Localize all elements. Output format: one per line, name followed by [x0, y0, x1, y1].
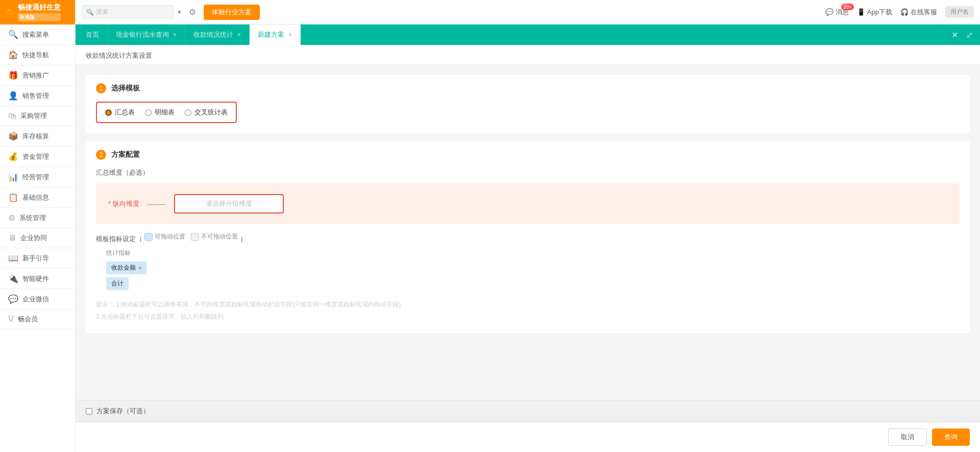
step1-section: 1 选择模板 汇总表 明细表: [86, 75, 970, 133]
chart-icon: 📊: [8, 172, 18, 182]
search-bar[interactable]: 🔍 搜索: [82, 5, 174, 19]
legend-draggable-box: [144, 233, 153, 241]
step2-title: 方案配置: [111, 150, 140, 159]
save-checkbox[interactable]: [86, 408, 92, 415]
sidebar-item-search-menu[interactable]: 🔍 搜索菜单: [0, 25, 75, 45]
sidebar-item-finance[interactable]: 💰 资金管理: [0, 147, 75, 167]
tab-new-plan-close[interactable]: ×: [288, 31, 292, 38]
tab-bank-flow-close[interactable]: ×: [173, 31, 177, 38]
logo-icon: 🟠: [6, 8, 15, 16]
radio-summary[interactable]: 汇总表: [105, 108, 135, 117]
dimension-row: * 纵向维度 —— 请选择分组维度: [108, 194, 284, 213]
metrics-config-text: 模板指标设定（ 可拖动位置 不可拖动位置 ）: [96, 232, 247, 244]
sidebar-item-smart-hardware[interactable]: 🔌 智能硬件: [0, 269, 75, 289]
industry-btn[interactable]: 体验行业方案: [204, 5, 260, 20]
monitor-icon: 🖥: [8, 233, 16, 243]
metric-tag-label: 收款金额: [111, 264, 136, 272]
notification-count: 99+: [841, 4, 854, 10]
download-btn[interactable]: 📱 App下载: [857, 8, 892, 17]
sidebar-item-system[interactable]: ⚙ 系统管理: [0, 208, 75, 228]
radio-crosstab-input[interactable]: [185, 109, 191, 116]
footer: 取消 查询: [76, 422, 980, 452]
step2-section: 2 方案配置 汇总维度（必选） * 纵向维度 —— 请选择分组维度 模: [86, 141, 970, 333]
sidebar-item-sales[interactable]: 👤 销售管理: [0, 86, 75, 106]
notification-btn[interactable]: 💬 消息 99+: [825, 8, 849, 17]
query-button[interactable]: 查询: [932, 429, 970, 446]
sidebar-item-member[interactable]: V 畅会员: [0, 310, 75, 329]
sidebar-label-sales: 销售管理: [22, 91, 49, 101]
tab-home[interactable]: 首页: [76, 25, 108, 45]
dimension-arrow: ——: [148, 199, 166, 209]
step2-header: 2 方案配置: [96, 150, 960, 160]
tab-bank-flow[interactable]: 现金银行流水查询 ×: [108, 25, 185, 45]
sidebar-item-quick-nav[interactable]: 🏠 快捷导航: [0, 45, 75, 65]
sidebar-item-newbie[interactable]: 📖 新手引导: [0, 248, 75, 269]
breadcrumb: 收款情况统计方案设置: [86, 52, 152, 59]
sidebar-label-enterprise: 企业协同: [20, 233, 47, 243]
sidebar-label-quick-nav: 快捷导航: [22, 51, 49, 60]
legend-fixed-text: 不可拖动位置: [201, 232, 238, 241]
sidebar-label-wechat: 企业微信: [22, 295, 49, 304]
hint-line-1: 提示： 1.拖动标题栏可以调整布局，不可跨维度或指标区域拖动栏目字段(只能在同一…: [96, 298, 960, 311]
topbar-right: 💬 消息 99+ 📱 App下载 🎧 在线客服 用户名: [825, 6, 974, 18]
search-icon-topbar: 🔍: [86, 9, 94, 16]
sidebar-label-newbie: 新手引导: [22, 254, 49, 263]
money-icon: 💰: [8, 152, 18, 161]
dimension-config-label: 汇总维度（必选）: [96, 168, 960, 177]
close-tab-btn[interactable]: ✕: [948, 29, 961, 41]
tab-receipt-stats-close[interactable]: ×: [237, 31, 241, 38]
tabbar: 首页 现金银行流水查询 × 收款情况统计 × 新建方案 × ✕ ⤢: [76, 25, 980, 45]
save-label: 方案保存（可选）: [96, 407, 150, 416]
metrics-area: 统计指标 收款金额 ▾ 合计: [106, 249, 960, 290]
support-btn[interactable]: 🎧 在线客服: [900, 8, 937, 17]
radio-summary-input[interactable]: [105, 109, 112, 116]
search-placeholder: 搜索: [96, 8, 108, 16]
radio-detail[interactable]: 明细表: [145, 108, 175, 117]
sidebar-item-base-info[interactable]: 📋 基础信息: [0, 187, 75, 208]
sidebar-logo: 🟠 畅捷通好生意 标准版: [0, 0, 75, 25]
tab-receipt-stats-label: 收款情况统计: [193, 30, 233, 39]
sidebar-label-marketing: 营销推广: [22, 71, 49, 80]
dimension-select-box[interactable]: 请选择分组维度: [174, 194, 284, 213]
metric-tag-amount[interactable]: 收款金额 ▾: [106, 261, 146, 274]
chevron-down-icon[interactable]: ▾: [178, 8, 181, 16]
user-info[interactable]: 用户名: [945, 6, 974, 18]
logo-badge: 标准版: [18, 13, 61, 21]
sidebar-item-operations[interactable]: 📊 经营管理: [0, 167, 75, 187]
radio-crosstab[interactable]: 交叉统计表: [185, 108, 228, 117]
clipboard-icon: 📋: [8, 193, 18, 202]
metric-total-tag: 合计: [106, 277, 129, 290]
book-icon: 📖: [8, 253, 18, 263]
box-icon: 📦: [8, 131, 18, 141]
sidebar-label-smart-hardware: 智能硬件: [22, 274, 49, 283]
template-select-area: 汇总表 明细表 交叉统计表: [96, 102, 237, 123]
cancel-button[interactable]: 取消: [888, 429, 927, 446]
radio-detail-input[interactable]: [145, 109, 152, 116]
sidebar-label-operations: 经营管理: [22, 173, 49, 182]
hint-line-2: 2.点击标题栏下拉可设置排序、插入列和删除列: [96, 311, 960, 323]
search-icon: 🔍: [8, 30, 18, 39]
radio-detail-label: 明细表: [155, 108, 175, 117]
legend-fixed-box: [191, 233, 199, 241]
sidebar-item-enterprise[interactable]: 🖥 企业协同: [0, 228, 75, 248]
sidebar-label-purchase: 采购管理: [20, 111, 47, 121]
sidebar-label-system: 系统管理: [19, 213, 46, 223]
step2-num: 2: [96, 150, 106, 160]
support-icon: 🎧: [900, 8, 909, 16]
expand-btn[interactable]: ⤢: [963, 29, 976, 41]
step1-num: 1: [96, 83, 106, 93]
sidebar-item-wechat[interactable]: 💬 企业微信: [0, 289, 75, 310]
tab-receipt-stats[interactable]: 收款情况统计 ×: [185, 25, 250, 45]
tab-new-plan[interactable]: 新建方案 ×: [250, 25, 301, 45]
hint-area: 提示： 1.拖动标题栏可以调整布局，不可跨维度或指标区域拖动栏目字段(只能在同一…: [96, 298, 960, 323]
main-area: 🔍 搜索 ▾ ⚙ 体验行业方案 💬 消息 99+ 📱 App下载 🎧 在线客服 …: [76, 0, 980, 452]
metrics-section-label: 统计指标: [106, 249, 960, 257]
metric-dropdown-icon[interactable]: ▾: [139, 265, 141, 271]
download-label: App下载: [867, 8, 892, 17]
sidebar-item-inventory[interactable]: 📦 库存核算: [0, 126, 75, 147]
sidebar-label-base-info: 基础信息: [22, 193, 49, 202]
sidebar-item-purchase[interactable]: 🛍 采购管理: [0, 106, 75, 126]
settings-button[interactable]: ⚙: [185, 5, 200, 19]
sidebar-item-marketing[interactable]: 🎁 营销推广: [0, 65, 75, 86]
template-radio-group: 汇总表 明细表 交叉统计表: [105, 108, 228, 117]
